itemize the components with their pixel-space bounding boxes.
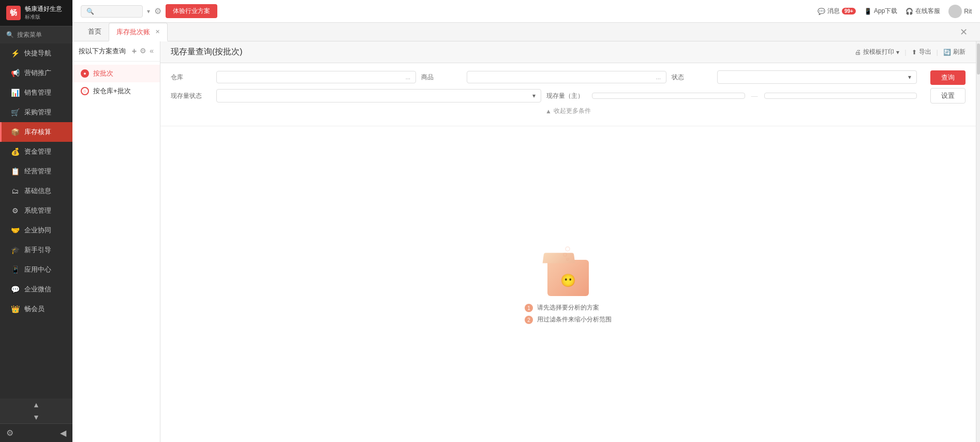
topbar-left: 🔍 ▾ ⚙ 体验行业方案 [81,4,811,18]
sidebar-item-vip[interactable]: 👑 畅会员 [0,299,72,319]
messages-button[interactable]: 💬 消息 99+ [818,7,856,16]
warehouse-dots[interactable]: ... [406,74,410,80]
hint-text-2: 用过滤条件来缩小分析范围 [537,315,612,324]
export-button[interactable]: ⬆ 导出 [912,48,931,56]
product-input[interactable]: ... [467,71,666,83]
sidebar-footer: ⚙ ◀ [0,423,72,442]
topbar-search-icon: 🔍 [86,8,94,15]
warehouse-input[interactable]: ... [216,71,416,83]
empty-face-icon: 😶 [560,273,576,288]
headset-icon: 🎧 [905,8,913,15]
collapse-panel-icon[interactable]: « [150,47,154,56]
printer-icon: 🖨 [855,49,861,56]
messages-badge: 99+ [842,8,856,14]
tab-home[interactable]: 首页 [81,23,109,41]
sidebar-item-enterprise[interactable]: 🤝 企业协同 [0,220,72,240]
refresh-label: 刷新 [953,48,966,56]
sidebar-item-sales[interactable]: 📊 销售管理 [0,83,72,102]
hint-num-2: 2 [525,316,533,324]
brand-info: 畅康通好生意 标准版 [25,5,62,21]
action-divider2: | [937,48,938,56]
refresh-button[interactable]: 🔄 刷新 [943,48,966,56]
collapse-label: 收起更多条件 [554,107,591,115]
sidebar-item-system[interactable]: ⚙ 系统管理 [0,201,72,220]
scrollbar-thumb[interactable] [977,43,980,75]
export-icon: ⬆ [912,49,917,56]
status-select[interactable]: ▾ [717,70,917,84]
sidebar-item-inventory[interactable]: 📦 库存核算 [0,122,72,142]
inventory-main-label: 现存量（主） [546,92,588,100]
warehouse-label: 仓库 [171,73,212,82]
sidebar-header: 畅 畅康通好生意 标准版 [0,0,72,26]
sidebar-item-purchase[interactable]: 🛒 采购管理 [0,102,72,122]
topbar-right: 💬 消息 99+ 📱 App下载 🎧 在线客服 Rit [818,5,972,18]
message-icon: 💬 [818,8,825,15]
close-panel-button[interactable]: ✕ [956,26,972,38]
settings-button[interactable]: ⚙ [6,428,13,438]
topbar-search[interactable]: 🔍 [81,5,143,18]
empty-state: 😶 1 请先选择要分析的方案 2 用过滤条件来缩小分析范 [160,126,976,442]
sidebar-scroll-down[interactable]: ▲ [0,399,72,411]
left-panel-items: ● 按批次 ○ 按仓库+批次 [72,62,160,103]
filter-area: 仓库 ... 商品 ... [160,63,976,126]
app-download-label: App下载 [874,7,897,16]
left-panel: 按以下方案查询 + ⚙ « ● 按批次 ○ 按仓库+批次 [72,41,160,442]
topbar-settings-icon[interactable]: ⚙ [154,6,161,16]
product-label: 商品 [421,73,463,82]
tab-close-icon[interactable]: ✕ [155,28,160,35]
product-dots[interactable]: ... [656,74,661,80]
user-menu[interactable]: Rit [948,5,972,18]
status-label: 状态 [672,73,713,82]
sidebar-item-label: 基础信息 [24,186,51,196]
app-download-button[interactable]: 📱 App下载 [864,7,897,16]
hint-text-1: 请先选择要分析的方案 [537,303,599,312]
sidebar-item-basic[interactable]: 🗂 基础信息 [0,181,72,201]
refresh-icon: 🔄 [943,49,951,56]
empty-hint-2: 2 用过滤条件来缩小分析范围 [525,315,612,324]
sidebar-item-quick-nav[interactable]: ⚡ 快捷导航 [0,43,72,63]
sales-icon: 📊 [10,89,20,97]
sidebar-item-label: 营销推广 [24,68,51,78]
inventory-status-label: 现存量状态 [171,92,212,100]
sidebar-item-operations[interactable]: 📋 经营管理 [0,161,72,181]
sidebar-item-label: 库存核算 [24,127,51,137]
topbar-dropdown-icon[interactable]: ▾ [147,8,150,15]
collapse-sidebar-button[interactable]: ◀ [60,428,66,438]
empty-smoke [563,246,573,262]
page-header-actions: 🖨 按模板打印 ▾ | ⬆ 导出 | 🔄 刷新 [855,48,966,56]
experience-industry-button[interactable]: 体验行业方案 [166,4,217,18]
inventory-main-from[interactable] [592,93,745,99]
online-service-button[interactable]: 🎧 在线客服 [905,7,940,16]
print-template-button[interactable]: 🖨 按模板打印 ▾ [855,48,899,56]
add-scheme-icon[interactable]: + [132,47,137,56]
sidebar-item-label: 采购管理 [24,108,51,117]
sidebar-item-wechat[interactable]: 💬 企业微信 [0,279,72,299]
tabbar: 首页 库存批次账 ✕ ✕ [72,23,980,41]
sidebar-item-label: 企业协同 [24,226,51,235]
sidebar-item-appstore[interactable]: 📱 应用中心 [0,260,72,279]
quick-nav-icon: ⚡ [10,49,20,57]
tab-inventory-batch[interactable]: 库存批次账 ✕ [109,23,168,41]
vip-icon: 👑 [10,305,20,313]
sidebar-item-guide[interactable]: 🎓 新手引导 [0,240,72,260]
scheme-settings-icon[interactable]: ⚙ [140,47,146,56]
inventory-status-filter: 现存量状态 ▾ [171,89,541,102]
sidebar-item-finance[interactable]: 💰 资金管理 [0,142,72,161]
inventory-main-to[interactable] [764,93,917,99]
status-filter: 状态 ▾ [672,70,917,84]
inventory-status-select[interactable]: ▾ [216,89,541,102]
sidebar-scroll-up[interactable]: ▼ [0,411,72,423]
basic-icon: 🗂 [10,187,20,195]
inventory-icon: 📦 [10,128,20,136]
guide-icon: 🎓 [10,246,20,254]
scheme-item-warehouse-batch[interactable]: ○ 按仓库+批次 [72,82,160,100]
sidebar-search[interactable]: 🔍 搜索菜单 [0,26,72,43]
marketing-icon: 📢 [10,69,20,77]
scheme-item-batch[interactable]: ● 按批次 [72,65,160,82]
filter-settings-button[interactable]: 设置 [930,88,966,104]
collapse-filters-row[interactable]: ▲ 收起更多条件 [171,104,966,119]
sidebar-item-label: 销售管理 [24,88,51,97]
warehouse-filter: 仓库 ... [171,71,416,83]
query-button[interactable]: 查询 [930,70,966,85]
sidebar-item-marketing[interactable]: 📢 营销推广 [0,63,72,83]
